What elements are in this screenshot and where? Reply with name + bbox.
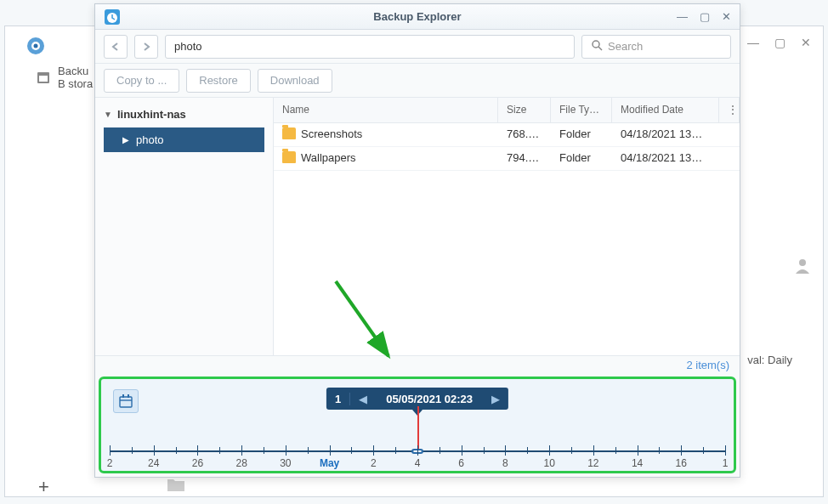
calendar-button[interactable]	[113, 389, 139, 413]
timeline-tick-label: 24	[148, 457, 159, 469]
header-menu-icon[interactable]: ⋮	[719, 98, 740, 122]
timeline-tick-label: 30	[280, 457, 291, 469]
window-title: Backup Explorer	[373, 10, 461, 23]
timeline-ruler[interactable]	[110, 439, 725, 459]
bg-folder-icon[interactable]	[167, 477, 185, 496]
timeline-tick-label: 14	[632, 457, 643, 469]
header-type[interactable]: File Ty…	[551, 98, 612, 122]
svg-rect-4	[39, 76, 48, 82]
row-date: 04/18/2021 13…	[612, 147, 740, 170]
timeline-panel: 1 ◀ 05/05/2021 02:23 ▶ 224262830May24681…	[99, 377, 736, 473]
search-icon	[591, 39, 603, 54]
folder-icon	[282, 151, 296, 163]
row-name: Wallpapers	[301, 151, 356, 164]
row-date: 04/18/2021 13…	[612, 123, 740, 146]
timeline-tick-label: 16	[676, 457, 687, 469]
tree-root-label: linuxhint-nas	[117, 108, 186, 121]
svg-point-8	[593, 41, 599, 48]
tree-item-label: photo	[136, 133, 164, 146]
row-name: Screenshots	[301, 127, 362, 140]
bg-minimize-icon[interactable]: —	[747, 36, 759, 49]
bg-window-controls: — ▢ ✕	[747, 36, 811, 49]
nav-forward-button[interactable]	[134, 35, 158, 59]
path-input[interactable]	[165, 35, 575, 59]
bg-person-icon[interactable]	[794, 257, 811, 277]
app-clock-icon	[104, 8, 121, 25]
caret-down-icon: ▼	[104, 110, 112, 119]
nav-back-button[interactable]	[104, 35, 128, 59]
table-row[interactable]: Screenshots 768.0… Folder 04/18/2021 13…	[274, 123, 740, 147]
bg-add-button[interactable]: +	[38, 476, 49, 498]
minimize-icon[interactable]: —	[677, 10, 688, 23]
svg-rect-11	[128, 394, 129, 398]
bg-app-icon	[26, 36, 46, 56]
timeline-next-button[interactable]: ▶	[483, 393, 508, 405]
search-input[interactable]: Search	[581, 35, 731, 59]
backup-count-badge: 1	[326, 393, 350, 405]
bg-task-row[interactable]: Backu B stora	[36, 65, 93, 90]
timeline-tick-label: 6	[458, 457, 464, 469]
table-row[interactable]: Wallpapers 794.0… Folder 04/18/2021 13…	[274, 147, 740, 171]
timeline-tick-label: 10	[543, 457, 554, 469]
chevron-right-icon: ▶	[122, 135, 129, 144]
file-list-header: Name Size File Ty… Modified Date ⋮	[274, 98, 740, 123]
folder-icon	[282, 127, 296, 139]
timeline-tick-label: 2	[107, 457, 113, 469]
timeline-tick-label: 28	[235, 457, 247, 469]
timeline-tick-label: 1	[723, 457, 729, 469]
tree-root-node[interactable]: ▼ linuxhint-nas	[95, 103, 273, 126]
maximize-icon[interactable]: ▢	[700, 10, 710, 23]
bg-task-calendar-icon	[36, 70, 51, 85]
nav-toolbar: Search	[95, 30, 740, 64]
restore-button[interactable]: Restore	[186, 69, 251, 93]
file-list: Name Size File Ty… Modified Date ⋮ Scree…	[274, 98, 740, 355]
backup-explorer-window: Backup Explorer — ▢ ✕ Search Copy to ...…	[94, 3, 740, 478]
svg-rect-10	[122, 394, 124, 398]
timeline-date-label: 05/05/2021 02:23	[376, 393, 483, 405]
timeline-tick-label: 8	[502, 457, 508, 469]
content-pane: ▼ linuxhint-nas ▶ photo Name Size File T…	[95, 98, 740, 355]
row-size: 794.0…	[498, 147, 551, 170]
tree-item-photo[interactable]: ▶ photo	[104, 127, 264, 152]
bg-close-icon[interactable]: ✕	[801, 36, 811, 49]
timeline-tick-label: 26	[192, 457, 203, 469]
header-size[interactable]: Size	[498, 98, 551, 122]
item-count-status: 2 item(s)	[95, 355, 740, 376]
timeline-tick-label: 2	[371, 457, 377, 469]
bg-task-text: Backu B stora	[58, 65, 93, 90]
timeline-tick-label: 4	[415, 457, 421, 469]
svg-point-2	[34, 44, 38, 48]
download-button[interactable]: Download	[258, 69, 332, 93]
bg-maximize-icon[interactable]: ▢	[774, 36, 785, 49]
header-name[interactable]: Name	[274, 98, 498, 122]
timeline-tick-label: 12	[587, 457, 598, 469]
close-icon[interactable]: ✕	[722, 10, 731, 23]
timeline-prev-button[interactable]: ◀	[350, 393, 376, 405]
row-type: Folder	[551, 123, 612, 146]
bg-interval-text: val: Daily	[747, 354, 792, 366]
action-toolbar: Copy to ... Restore Download	[95, 64, 740, 98]
timeline-tick-label: May	[320, 457, 339, 469]
row-type: Folder	[551, 147, 612, 170]
search-placeholder: Search	[608, 40, 643, 53]
svg-rect-9	[120, 397, 132, 407]
header-modified[interactable]: Modified Date	[612, 98, 719, 122]
folder-tree: ▼ linuxhint-nas ▶ photo	[95, 98, 274, 355]
svg-point-5	[799, 259, 806, 266]
copy-to-button[interactable]: Copy to ...	[104, 69, 179, 93]
row-size: 768.0…	[498, 123, 551, 146]
titlebar[interactable]: Backup Explorer — ▢ ✕	[95, 4, 740, 30]
